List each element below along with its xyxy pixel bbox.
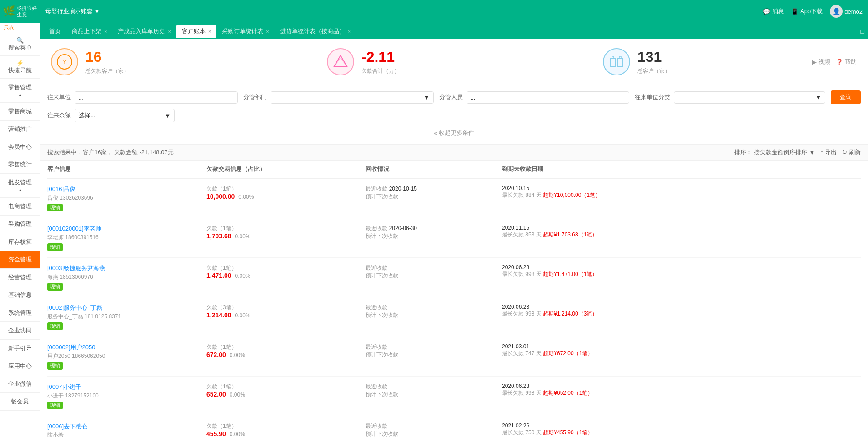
tab-product-listing[interactable]: 商品上下架 × <box>66 25 112 38</box>
balance-label: 往来余额 <box>47 111 71 120</box>
debt-info-1: 欠款（1笔） 1,703.680.00% <box>206 225 366 240</box>
refresh-btn[interactable]: ↻ 刷新 <box>842 148 861 156</box>
maximize-btn[interactable]: □ <box>861 28 864 35</box>
sidebar-item-wechat[interactable]: 企业微信 <box>0 375 40 393</box>
minimize-btn[interactable]: _ <box>853 28 857 35</box>
stat-label-debt: 欠款合计（万） <box>361 67 400 75</box>
customer-name-3[interactable]: [0002]服务中心_丁磊 <box>47 304 102 311</box>
close-icon[interactable]: × <box>208 29 211 34</box>
table-area: 客户信息 欠款交易信息（占比） 回收情况 到期未收款日期 [0016]吕俊 吕俊… <box>40 161 868 437</box>
sidebar-item-marketing[interactable]: 营销推广 <box>0 121 40 138</box>
sidebar-item-operations[interactable]: 经营管理 <box>0 269 40 286</box>
topbar: 母婴行业演示账套 ▼ 💬 消息 📱 App下载 👤 demo2 <box>40 0 868 23</box>
help-btn[interactable]: ❓ 帮助 <box>836 58 857 66</box>
customer-info-0: [0016]吕俊 吕俊 13026203696 现销 <box>47 185 206 211</box>
customer-name-2[interactable]: [0003]畅捷服务尹海燕 <box>47 265 105 271</box>
export-btn[interactable]: ↑ 导出 <box>820 148 837 156</box>
stat-info-debtors: 16 总欠款客户（家） <box>85 49 129 75</box>
sidebar-item-ecommerce[interactable]: 电商管理 <box>0 198 40 216</box>
sidebar-item-member2[interactable]: 畅会员 <box>0 393 40 411</box>
sidebar-item-apps[interactable]: 应用中心 <box>0 357 40 375</box>
close-icon[interactable]: × <box>168 29 171 34</box>
tab-purchase-stats[interactable]: 采购订单统计表 × <box>216 25 274 38</box>
dept-label: 分管部门 <box>243 93 267 101</box>
sidebar-item-member[interactable]: 会员中心 <box>0 138 40 156</box>
chevron-icon: ▲ <box>18 92 23 97</box>
customer-name-4[interactable]: [000002]用户2050 <box>47 344 95 351</box>
sidebar-item-retail-mall[interactable]: 零售商城 <box>0 103 40 121</box>
customer-info-3: [0002]服务中心_丁磊 服务中心_丁磊 181 0125 8371 现销 <box>47 304 206 330</box>
sort-select[interactable]: 排序： 按欠款金额倒序排序 ▼ <box>734 148 815 156</box>
table-row: [000002]用户2050 用户2050 18665062050 现销 欠款（… <box>47 337 861 377</box>
sidebar-item-retail-stats[interactable]: 零售统计 <box>0 156 40 174</box>
tab-home[interactable]: 首页 <box>44 25 66 38</box>
unit-class-select[interactable]: ▼ <box>674 91 825 104</box>
customer-name-1[interactable]: [0001020001]李老师 <box>47 225 101 232</box>
user-avatar[interactable]: 👤 demo2 <box>830 5 863 18</box>
result-info-bar: 搜索结果中，客户16家， 欠款金额 -21,148.07元 排序： 按欠款金额倒… <box>40 145 868 161</box>
close-icon[interactable]: × <box>104 29 107 34</box>
svg-rect-5 <box>617 58 623 66</box>
svg-rect-7 <box>619 56 621 58</box>
close-icon[interactable]: × <box>266 29 269 34</box>
tab-customer-ledger[interactable]: 客户账本 × <box>176 25 216 38</box>
balance-select[interactable]: 选择... ▼ <box>75 109 175 122</box>
due-date-4: 2021.03.01 最长欠款 747 天 超期¥672.00（1笔） <box>502 343 861 357</box>
video-icon: ▶ <box>812 59 817 65</box>
sidebar-item-finance[interactable]: 资金管理 <box>0 251 40 269</box>
customer-name-5[interactable]: [0007]小进干 <box>47 383 81 390</box>
person-dots: ... <box>471 94 476 101</box>
filter-dept: 分管部门 ▼ <box>243 91 434 104</box>
sidebar-item-wholesale[interactable]: 批发管理 ▲ <box>0 174 40 198</box>
stat-icon-debtors: ¥ <box>51 48 78 75</box>
company-name: 母婴行业演示账套 <box>45 7 93 15</box>
app-download-btn[interactable]: 📱 App下载 <box>791 7 823 15</box>
sidebar-item-inventory[interactable]: 库存核算 <box>0 233 40 251</box>
recovery-3: 最近收款 预计下次收款 <box>366 304 502 319</box>
customer-name-6[interactable]: [0006]去下粮仓 <box>47 423 87 430</box>
export-icon: ↑ <box>820 149 823 156</box>
brand-name: 畅捷通好生意 <box>17 5 37 18</box>
customer-info-5: [0007]小进干 小进干 18279152100 现销 <box>47 383 206 409</box>
col-header-customer: 客户信息 <box>47 165 206 173</box>
sidebar-item-basic-info[interactable]: 基础信息 <box>0 286 40 304</box>
person-input[interactable]: ... <box>467 91 630 104</box>
logo-area: 🌿 畅捷通好生意 <box>0 0 40 23</box>
balance-arrow: ▼ <box>165 112 171 119</box>
sidebar: 🌿 畅捷通好生意 示范 🔍 搜索菜单 ⚡ 快捷导航 零售管理 ▲ 零售商城 营销… <box>0 0 40 437</box>
close-icon[interactable]: × <box>348 29 351 34</box>
message-btn[interactable]: 💬 消息 <box>763 7 784 15</box>
customer-name-0[interactable]: [0016]吕俊 <box>47 186 75 192</box>
message-icon: 💬 <box>763 8 770 15</box>
stat-value-debtors: 16 <box>85 49 129 65</box>
due-date-2: 2020.06.23 最长欠款 998 天 超期¥1,471.00（1笔） <box>502 264 861 278</box>
filter-source-unit: 往来单位 ... <box>47 91 238 104</box>
result-actions: 排序： 按欠款金额倒序排序 ▼ ↑ 导出 ↻ 刷新 <box>734 148 861 156</box>
sidebar-item-search[interactable]: 🔍 搜索菜单 <box>0 33 40 56</box>
svg-text:¥: ¥ <box>62 59 66 65</box>
sidebar-item-guide[interactable]: 新手引导 <box>0 340 40 357</box>
query-button[interactable]: 查询 <box>831 90 861 104</box>
sidebar-item-collab[interactable]: 企业协同 <box>0 322 40 340</box>
sidebar-item-retail-mgmt[interactable]: 零售管理 ▲ <box>0 79 40 103</box>
source-unit-label: 往来单位 <box>47 93 71 101</box>
filter-person: 分管人员 ... <box>439 91 630 104</box>
debt-info-4: 欠款（1笔） 672.000.00% <box>206 343 366 358</box>
customer-info-4: [000002]用户2050 用户2050 18665062050 现销 <box>47 343 206 370</box>
due-date-5: 2020.06.23 最长欠款 998 天 超期¥652.00（1笔） <box>502 383 861 397</box>
stat-value-debt: -2.11 <box>361 49 400 65</box>
svg-rect-4 <box>610 58 616 66</box>
tab-production-history[interactable]: 产成品入库单历史 × <box>112 25 176 38</box>
recovery-2: 最近收款 预计下次收款 <box>366 264 502 280</box>
sidebar-item-system[interactable]: 系统管理 <box>0 304 40 322</box>
unit-class-arrow: ▼ <box>815 94 821 101</box>
dept-select[interactable]: ▼ <box>271 91 434 104</box>
tab-incoming-stats[interactable]: 进货单统计表（按商品） × <box>275 25 356 38</box>
sidebar-item-purchase[interactable]: 采购管理 <box>0 216 40 233</box>
source-unit-input[interactable]: ... <box>75 91 238 104</box>
table-row: [0002]服务中心_丁磊 服务中心_丁磊 181 0125 8371 现销 欠… <box>47 297 861 337</box>
topbar-left: 母婴行业演示账套 ▼ <box>45 7 100 15</box>
collapse-btn[interactable]: « 收起更多条件 <box>47 127 861 139</box>
video-btn[interactable]: ▶ 视频 <box>812 58 830 66</box>
sidebar-item-quicknav[interactable]: ⚡ 快捷导航 <box>0 56 40 79</box>
